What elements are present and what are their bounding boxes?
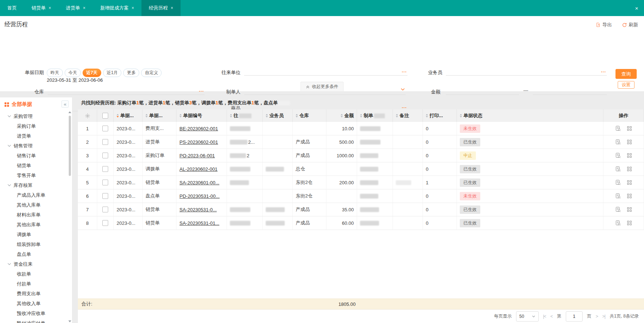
column-header-note[interactable]: 备注 [393, 109, 423, 122]
sidebar-item[interactable]: 调拨单 [0, 230, 67, 239]
row-checkbox[interactable] [102, 139, 108, 145]
date-chip[interactable]: 自定义 [141, 69, 162, 77]
sort-icon[interactable] [360, 114, 362, 118]
first-page-button[interactable]: |< [543, 314, 546, 319]
view-document-icon[interactable] [615, 126, 621, 131]
column-header-partner[interactable]: 往 [227, 109, 263, 122]
sidebar-item[interactable]: 其他出库单 [0, 220, 67, 230]
close-all-icon[interactable]: × [629, 0, 644, 16]
sidebar-item[interactable]: 零售开单 [0, 170, 67, 180]
sidebar-item[interactable]: 付款单 [0, 279, 67, 289]
sidebar-item[interactable]: 其他收入单 [0, 299, 67, 308]
sidebar-item[interactable]: 其他入库单 [0, 200, 67, 210]
doc-number-link[interactable]: BE-20230602-001 [179, 126, 218, 131]
sidebar-item[interactable]: 进货单 [0, 131, 67, 141]
more-actions-icon[interactable] [627, 139, 632, 145]
sort-icon[interactable] [396, 114, 398, 118]
doc-number-link[interactable]: SA-20230531-01... [179, 220, 219, 226]
salesperson-input[interactable] [446, 66, 608, 75]
date-chip[interactable]: 近7天 [83, 69, 101, 77]
sort-icon[interactable] [145, 114, 148, 118]
doc-number-link[interactable]: PD-20230531-00... [179, 193, 220, 199]
tab-4[interactable]: 新增提成方案× [93, 0, 141, 16]
doc-number-link[interactable]: SA-20230601-00... [179, 180, 219, 185]
sort-icon[interactable] [426, 114, 428, 118]
row-checkbox[interactable] [102, 180, 108, 185]
sort-icon[interactable] [341, 114, 343, 118]
column-header-doc[interactable]: 单据编号 [177, 109, 227, 122]
sidebar-group[interactable]: 库存核算 [0, 180, 67, 190]
sidebar-group[interactable]: 资金往来 [0, 259, 67, 269]
settings-button[interactable]: 设置 [618, 81, 634, 89]
date-chip[interactable]: 近1月 [103, 69, 122, 77]
doc-number-link[interactable]: PS-20230602-001 [179, 139, 218, 145]
prev-page-button[interactable]: < [550, 314, 553, 319]
sidebar-item[interactable]: 预收冲应收单 [0, 308, 67, 318]
row-checkbox[interactable] [102, 166, 108, 172]
row-checkbox[interactable] [102, 126, 108, 131]
sidebar-item[interactable]: 销货单 [0, 161, 67, 170]
sidebar-item[interactable]: 组装拆卸单 [0, 239, 67, 249]
sidebar-group[interactable]: 采购管理 [0, 111, 67, 121]
row-checkbox[interactable] [102, 220, 108, 226]
column-header-type[interactable]: 单据... [143, 109, 177, 122]
view-document-icon[interactable] [615, 180, 621, 185]
more-actions-icon[interactable] [627, 220, 632, 226]
tab-close-icon[interactable]: × [83, 5, 86, 11]
sidebar-all-documents[interactable]: 全部单据 [4, 101, 32, 108]
date-chip[interactable]: 更多 [123, 69, 139, 77]
sidebar-item[interactable]: 费用支出单 [0, 289, 67, 299]
column-header-maker[interactable]: 制单 [357, 109, 393, 122]
date-chip[interactable]: 今天 [65, 69, 81, 77]
sidebar-item[interactable]: 销售订单 [0, 151, 67, 161]
tab-1[interactable]: 首页 [0, 0, 24, 16]
view-document-icon[interactable] [615, 207, 621, 212]
more-actions-icon[interactable] [627, 166, 632, 172]
sidebar-group[interactable]: 销售管理 [0, 141, 67, 151]
search-button[interactable]: 查询 [615, 69, 637, 79]
next-page-button[interactable]: > [596, 314, 598, 319]
view-document-icon[interactable] [615, 166, 621, 172]
sort-icon[interactable] [460, 114, 462, 118]
tab-close-icon[interactable]: × [49, 5, 51, 11]
doc-number-link[interactable]: PO-2023-06-001 [179, 153, 215, 158]
more-actions-icon[interactable] [627, 126, 632, 131]
tab-2[interactable]: 销货单× [24, 0, 58, 16]
column-header-print[interactable]: 打印... [423, 109, 457, 122]
sort-icon[interactable] [230, 114, 232, 118]
view-document-icon[interactable] [615, 153, 621, 158]
tab-close-icon[interactable]: × [132, 5, 134, 11]
select-all-checkbox[interactable] [102, 113, 108, 119]
page-number-input[interactable] [566, 311, 583, 322]
column-header-warehouse[interactable]: 仓库 [293, 109, 326, 122]
view-document-icon[interactable] [615, 220, 621, 226]
last-page-button[interactable]: >| [602, 314, 605, 319]
column-header-date[interactable]: 单据... [114, 109, 143, 122]
per-page-select[interactable]: 50 [516, 311, 539, 322]
gear-icon[interactable] [85, 113, 90, 119]
row-checkbox[interactable] [102, 153, 108, 158]
sidebar-collapse-icon[interactable]: « [61, 100, 69, 108]
doc-number-link[interactable]: AL-20230602-001 [179, 166, 217, 172]
column-header-sales[interactable]: 业务员 [263, 109, 293, 122]
sort-icon[interactable] [266, 114, 268, 118]
tab-3[interactable]: 进货单× [58, 0, 93, 16]
scroll-up-icon[interactable] [68, 111, 71, 113]
sort-icon[interactable] [117, 114, 119, 118]
date-chip[interactable]: 昨天 [47, 69, 63, 77]
column-header-check[interactable] [97, 109, 114, 122]
collapse-more-filters-button[interactable]: 收起更多条件 [300, 82, 344, 91]
sidebar-item[interactable]: 收款单 [0, 269, 67, 279]
more-actions-icon[interactable] [627, 180, 632, 185]
row-checkbox[interactable] [102, 207, 108, 212]
tab-close-icon[interactable]: × [171, 5, 173, 11]
more-actions-icon[interactable] [627, 207, 632, 212]
sidebar-item[interactable]: 盘点单 [0, 249, 67, 259]
view-document-icon[interactable] [615, 193, 621, 199]
row-checkbox[interactable] [102, 193, 108, 199]
sort-icon[interactable] [296, 114, 298, 118]
more-actions-icon[interactable] [627, 193, 632, 199]
sidebar-scrollbar[interactable] [68, 111, 72, 322]
sort-icon[interactable] [179, 114, 182, 118]
salesperson-ellipsis-icon[interactable]: ... [601, 68, 606, 73]
